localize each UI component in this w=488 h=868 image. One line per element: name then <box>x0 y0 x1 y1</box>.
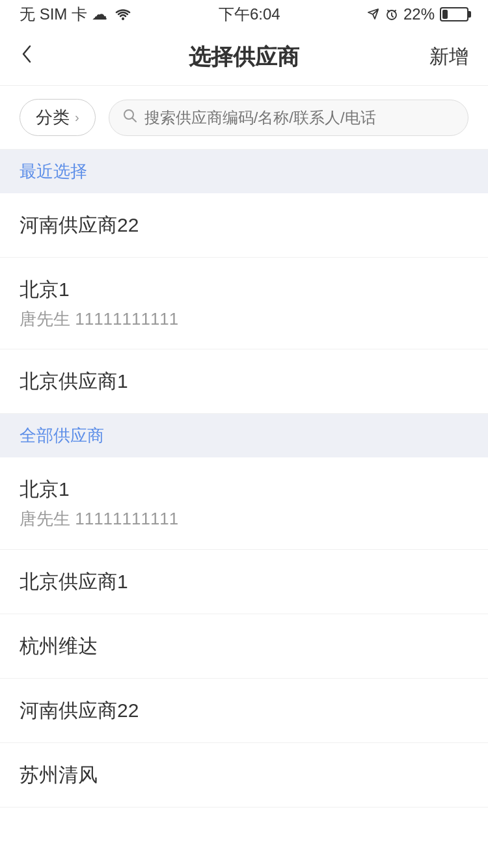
search-icon <box>122 108 138 128</box>
battery-percent: 22% <box>403 5 435 23</box>
list-item[interactable]: 杭州维达 <box>0 614 488 679</box>
list-item[interactable]: 河南供应商22 <box>0 679 488 743</box>
back-button[interactable] <box>20 41 59 73</box>
item-detail: 唐先生 11111111111 <box>20 307 468 331</box>
status-bar: 无 SIM 卡 ☁ 下午6:04 22% <box>0 0 488 29</box>
search-input[interactable] <box>144 109 455 127</box>
status-right: 22% <box>367 5 468 23</box>
nav-bar: 选择供应商 新增 <box>0 29 488 86</box>
list-item[interactable]: 北京1唐先生 11111111111 <box>0 258 488 349</box>
wifi-icon <box>114 8 132 21</box>
item-name: 河南供应商22 <box>20 697 468 724</box>
recent-list: 河南供应商22北京1唐先生 11111111111北京供应商1 <box>0 193 488 414</box>
status-left: 无 SIM 卡 ☁ <box>20 4 132 25</box>
item-name: 北京供应商1 <box>20 568 468 595</box>
all-section-header: 全部供应商 <box>0 414 488 457</box>
svg-point-0 <box>122 18 124 20</box>
alarm-icon <box>385 8 398 21</box>
item-name: 苏州清风 <box>20 761 468 789</box>
list-item[interactable]: 苏州清风 <box>0 743 488 807</box>
status-time: 下午6:04 <box>219 4 280 25</box>
item-name: 杭州维达 <box>20 632 468 660</box>
item-name: 北京供应商1 <box>20 368 468 395</box>
location-icon <box>367 8 380 21</box>
item-name: 北京1 <box>20 476 468 503</box>
new-button[interactable]: 新增 <box>429 44 468 70</box>
sim-label: 无 SIM 卡 ☁ <box>20 4 107 25</box>
chevron-right-icon: › <box>75 110 79 125</box>
filter-bar: 分类 › <box>0 86 488 150</box>
category-label: 分类 <box>36 106 70 129</box>
item-name: 北京1 <box>20 276 468 303</box>
category-button[interactable]: 分类 › <box>20 99 96 136</box>
item-name: 河南供应商22 <box>20 211 468 239</box>
list-item[interactable]: 北京供应商1 <box>0 550 488 614</box>
page-title: 选择供应商 <box>189 42 299 72</box>
all-list: 北京1唐先生 11111111111北京供应商1杭州维达河南供应商22苏州清风 <box>0 457 488 807</box>
recent-section-header: 最近选择 <box>0 150 488 193</box>
item-detail: 唐先生 11111111111 <box>20 507 468 530</box>
battery-icon <box>440 7 468 21</box>
list-item[interactable]: 北京1唐先生 11111111111 <box>0 457 488 549</box>
search-box[interactable] <box>109 100 468 136</box>
list-item[interactable]: 北京供应商1 <box>0 349 488 414</box>
list-item[interactable]: 河南供应商22 <box>0 193 488 258</box>
